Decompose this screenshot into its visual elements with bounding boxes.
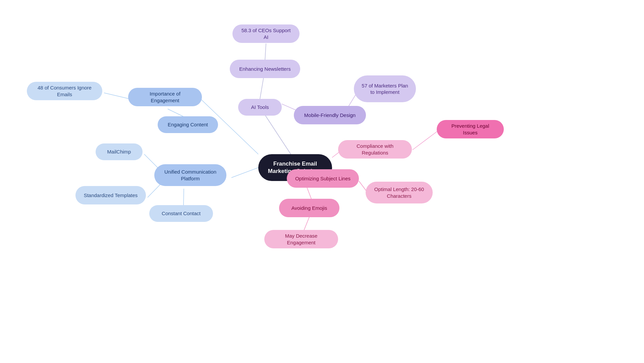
marketers-plan-node: 57 of Marketers Plan to Implement — [354, 75, 416, 102]
ai-tools-node: AI Tools — [238, 99, 282, 116]
consumers-ignore-node: 48 of Consumers Ignore Emails — [27, 82, 102, 100]
svg-line-17 — [183, 189, 184, 207]
svg-line-14 — [231, 168, 258, 178]
mobile-friendly-node: Mobile-Friendly Design — [294, 106, 366, 124]
optimizing-subject-node: Optimizing Subject Lines — [287, 169, 359, 188]
enhancing-newsletters-node: Enhancing Newsletters — [230, 60, 300, 78]
optimal-length-node: Optimal Length: 20-60 Characters — [366, 182, 433, 203]
svg-line-6 — [413, 130, 439, 150]
ceos-support-node: 58.3 of CEOs Support AI — [232, 24, 300, 43]
avoiding-emojis-node: Avoiding Emojis — [279, 199, 339, 217]
engaging-content-node: Engaging Content — [158, 116, 218, 133]
compliance-node: Compliance with Regulations — [338, 140, 412, 159]
unified-platform-node: Unified Communication Platform — [154, 164, 226, 186]
may-decrease-node: May Decrease Engagement — [264, 230, 338, 248]
importance-engagement-node: Importance of Engagement — [128, 88, 202, 106]
svg-line-16 — [148, 184, 161, 197]
svg-line-2 — [265, 44, 266, 60]
constant-contact-node: Constant Contact — [149, 205, 213, 222]
preventing-legal-node: Preventing Legal Issues — [437, 120, 504, 138]
standardized-templates-node: Standardized Templates — [75, 186, 146, 204]
mailchimp-node: MailChimp — [96, 143, 143, 160]
